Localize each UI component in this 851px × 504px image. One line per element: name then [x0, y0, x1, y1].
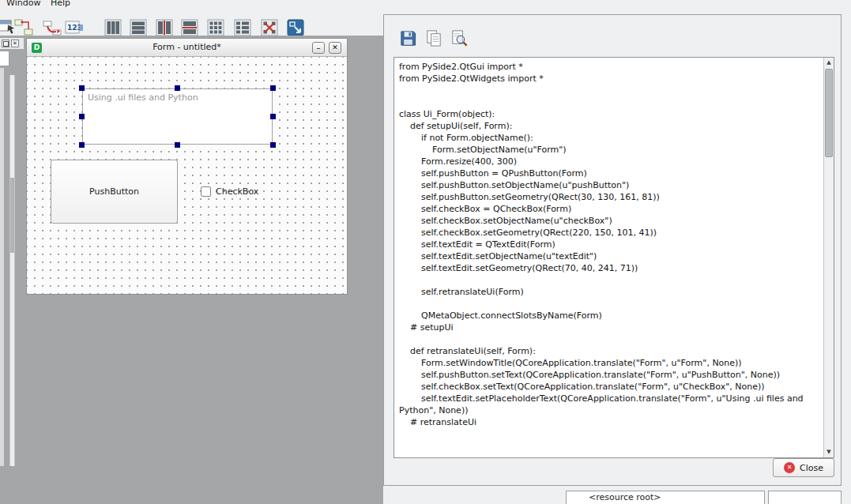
code-preview-dialog: from PySide2.QtGui import * from PySide2… [383, 14, 842, 486]
code-text: from PySide2.QtGui import * from PySide2… [394, 58, 823, 457]
checkbox-indicator[interactable] [201, 186, 211, 197]
qt-designer-window: Window Help 123 [0, 0, 851, 504]
selection-handle-bottom-middle[interactable] [175, 142, 180, 148]
dock-close-icon[interactable] [11, 39, 19, 47]
form-window-title: Form - untitled* [153, 42, 221, 52]
selection-handle-top-right[interactable] [270, 85, 276, 91]
selection-handle-middle-left[interactable] [79, 114, 85, 119]
resource-panel-fragment [768, 491, 842, 504]
minimize-button[interactable]: – [312, 42, 325, 54]
layout-vertically-icon[interactable] [129, 18, 148, 37]
vertical-scrollbar[interactable]: ▲ ▼ [823, 58, 834, 457]
edit-tab-order-icon[interactable]: 123 [65, 18, 84, 37]
layout-vertically-in-splitter-icon[interactable] [180, 18, 199, 37]
edit-signals-slots-icon[interactable] [14, 18, 33, 37]
left-panel-edge [0, 68, 4, 466]
selection-handle-bottom-left[interactable] [79, 142, 85, 148]
save-icon[interactable] [399, 29, 417, 47]
scrollbar-thumb[interactable] [825, 69, 833, 157]
close-dialog-button[interactable]: ✕ Close [773, 458, 834, 477]
menu-help[interactable]: Help [51, 0, 70, 7]
close-button-label: Close [800, 463, 823, 473]
selection-handle-middle-right[interactable] [270, 114, 276, 119]
close-button[interactable]: ✕ [329, 42, 341, 54]
checkbox-widget[interactable]: CheckBox [201, 175, 281, 208]
form-canvas[interactable]: Using .ui files and Python PushButton Ch… [27, 57, 347, 294]
scroll-up-icon[interactable]: ▲ [824, 58, 834, 68]
dock-float-icon[interactable] [2, 39, 9, 47]
main-toolbar: 123 [0, 7, 383, 36]
textedit-widget[interactable]: Using .ui files and Python [82, 88, 273, 145]
dock-panel-header [0, 38, 24, 49]
layout-horizontally-in-splitter-icon[interactable] [155, 18, 174, 37]
svg-text:123: 123 [67, 24, 82, 32]
find-icon[interactable] [450, 29, 469, 47]
checkbox-label: CheckBox [216, 186, 258, 197]
menubar: Window Help [0, 0, 851, 7]
textedit-placeholder: Using .ui files and Python [88, 92, 198, 103]
form-window: D Form - untitled* – ✕ Using .ui files a… [26, 38, 348, 295]
mdi-area: D Form - untitled* – ✕ Using .ui files a… [0, 36, 383, 504]
selection-handle-bottom-right[interactable] [270, 142, 276, 148]
menu-window[interactable]: Window [6, 0, 40, 7]
close-x-icon: ✕ [784, 462, 795, 473]
form-window-titlebar[interactable]: D Form - untitled* – ✕ [27, 39, 347, 57]
resource-root-item[interactable]: <resource root> [566, 491, 765, 504]
scroll-down-icon[interactable]: ▼ [824, 447, 834, 457]
left-panel-scrollbar[interactable] [9, 75, 15, 466]
code-editor[interactable]: from PySide2.QtGui import * from PySide2… [393, 57, 834, 458]
layout-in-form-icon[interactable] [233, 18, 252, 37]
selection-handle-top-left[interactable] [79, 85, 85, 91]
break-layout-icon[interactable] [260, 18, 279, 37]
layout-horizontally-icon[interactable] [104, 18, 122, 37]
widgetbox-filter-fragment[interactable] [0, 51, 9, 66]
selection-handle-top-middle[interactable] [175, 85, 180, 91]
pushbutton-widget[interactable]: PushButton [51, 160, 178, 224]
scrollbar-thumb[interactable] [10, 178, 14, 253]
copy-icon[interactable] [425, 29, 443, 47]
edit-buddies-icon[interactable] [43, 18, 62, 37]
layout-in-grid-icon[interactable] [206, 18, 225, 37]
form-window-icon: D [32, 43, 42, 53]
adjust-size-icon[interactable] [286, 18, 305, 37]
